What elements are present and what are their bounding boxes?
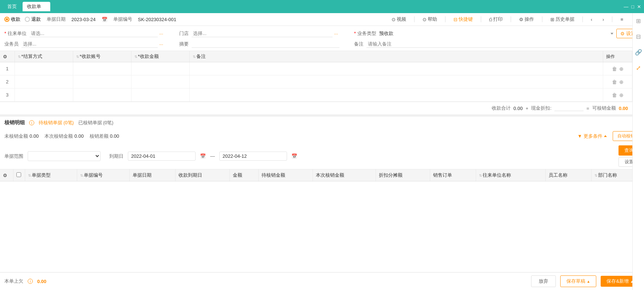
cell-settlement-2[interactable] bbox=[15, 75, 73, 89]
cell-settlement-1[interactable] bbox=[15, 62, 73, 75]
row-num-3: 3 bbox=[0, 89, 15, 102]
nav-tab-close[interactable]: × bbox=[43, 4, 46, 9]
radio-receipt-label: 收款 bbox=[11, 16, 20, 23]
divider5 bbox=[542, 16, 542, 22]
calendar-icon[interactable]: 📅 bbox=[102, 17, 107, 22]
cell-settlement-3[interactable] bbox=[15, 89, 73, 102]
gear-icon: ⚙ bbox=[620, 31, 625, 36]
range-select[interactable] bbox=[28, 151, 101, 161]
calendar-from-icon[interactable]: 📅 bbox=[200, 153, 206, 159]
rp-expand-icon[interactable]: ⤢ bbox=[635, 63, 642, 73]
bth-current-amt: 本次核销金额 bbox=[313, 169, 376, 181]
bth-counterparty: ⇅往来单位名称 bbox=[476, 169, 546, 181]
th-amount: ⇅ *收款金额 bbox=[131, 51, 189, 62]
biztype-label: 业务类型 bbox=[354, 30, 376, 37]
next-btn[interactable]: › bbox=[600, 16, 606, 23]
delete-icon-1[interactable]: 🗑 bbox=[612, 66, 617, 72]
doc-no-value: SK-20230324-001 bbox=[138, 17, 177, 22]
cell-account-3[interactable] bbox=[73, 89, 131, 102]
nav-receipt-tab[interactable]: 收款单 × bbox=[23, 2, 50, 11]
sort-counterparty[interactable]: ⇅ bbox=[479, 173, 482, 177]
rp-table-icon[interactable]: ⊞ bbox=[635, 16, 642, 26]
more-conditions-btn[interactable]: ▼ 更多条件 bbox=[577, 133, 607, 140]
cell-account-2[interactable] bbox=[73, 75, 131, 89]
sort-doctype[interactable]: ⇅ bbox=[28, 173, 31, 177]
divider1 bbox=[414, 16, 415, 22]
receipt-table-section: ⚙ ⇅ *结算方式 ⇅ *收款账号 bbox=[0, 51, 644, 102]
limit-info-icon[interactable]: i bbox=[28, 279, 33, 284]
date-to-input[interactable] bbox=[219, 152, 287, 161]
verified-tab[interactable]: 已核销单据 (0笔) bbox=[78, 119, 114, 126]
sort-icon-4[interactable]: ⇅ bbox=[193, 55, 196, 59]
th-remark: ⇅ 备注 bbox=[189, 51, 603, 62]
sort-icon-3[interactable]: ⇅ bbox=[134, 55, 137, 59]
biztype-chevron[interactable] bbox=[610, 33, 613, 35]
verifiable-label: 可核销金额 bbox=[592, 105, 616, 111]
sort-icon-2[interactable]: ⇅ bbox=[76, 55, 79, 59]
cell-remark-2[interactable] bbox=[189, 75, 603, 89]
date-from-input[interactable] bbox=[128, 152, 196, 161]
total-value: 0.00 bbox=[514, 106, 523, 111]
receipt-table: ⚙ ⇅ *结算方式 ⇅ *收款账号 bbox=[0, 51, 632, 102]
th-gear[interactable]: ⚙ bbox=[0, 51, 15, 62]
store-field: 门店 ··· bbox=[179, 30, 339, 37]
staff-input[interactable] bbox=[21, 40, 158, 48]
operation-btn[interactable]: ⚙ 操作 bbox=[517, 15, 536, 23]
copy-icon-3[interactable]: ⊕ bbox=[619, 92, 624, 98]
print-icon: ⎙ bbox=[489, 17, 492, 22]
remark-input[interactable] bbox=[366, 40, 640, 48]
bth-checkbox[interactable] bbox=[13, 169, 25, 181]
cell-amount-2[interactable] bbox=[131, 75, 189, 89]
copy-icon-2[interactable]: ⊕ bbox=[619, 79, 624, 85]
counterparty-more[interactable]: ··· bbox=[158, 31, 165, 36]
cell-remark-3[interactable] bbox=[189, 89, 603, 102]
sort-docno[interactable]: ⇅ bbox=[80, 173, 83, 177]
sort-dept[interactable]: ⇅ bbox=[594, 173, 597, 177]
verification-table: ⚙ ⇅单据类型 ⇅单据编号 单据日期 收款到期日 金额 待核销金额 本次核销金额… bbox=[0, 169, 644, 181]
cell-remark-1[interactable] bbox=[189, 62, 603, 75]
discount-input[interactable] bbox=[554, 105, 584, 111]
abandon-btn[interactable]: 放弃 bbox=[531, 275, 556, 287]
counterparty-input[interactable] bbox=[30, 30, 158, 37]
save-draft-btn[interactable]: 保存草稿 ▲ bbox=[560, 275, 597, 287]
maximize-icon[interactable]: □ bbox=[631, 4, 634, 9]
delete-icon-2[interactable]: 🗑 bbox=[612, 79, 617, 85]
video-btn[interactable]: ⊙ 视频 bbox=[389, 15, 408, 23]
shortcut-btn[interactable]: ⊟ 快捷键 bbox=[451, 15, 475, 23]
nav-home-tab[interactable]: 首页 bbox=[3, 2, 21, 11]
store-input[interactable] bbox=[192, 30, 333, 37]
staff-more[interactable]: ··· bbox=[158, 42, 165, 47]
sort-icon[interactable]: ⇅ bbox=[18, 55, 21, 59]
delete-icon-3[interactable]: 🗑 bbox=[612, 92, 617, 98]
help-btn[interactable]: ⊙ 帮助 bbox=[420, 15, 439, 23]
window-close-icon[interactable]: ✕ bbox=[637, 4, 641, 9]
print-btn[interactable]: ⎙ 打印 bbox=[487, 15, 505, 23]
pending-verify-tab[interactable]: 待核销单据 (0笔) bbox=[39, 119, 74, 126]
radio-receipt[interactable]: 收款 bbox=[4, 16, 20, 23]
divider6 bbox=[582, 16, 583, 22]
radio-refund[interactable]: 退款 bbox=[25, 16, 41, 23]
unverified-amt-value: 0.00 bbox=[30, 133, 39, 139]
cell-amount-1[interactable] bbox=[131, 62, 189, 75]
prev-btn[interactable]: ‹ bbox=[589, 16, 594, 23]
rp-attachment-icon[interactable]: 🔗 bbox=[633, 47, 644, 57]
calendar-to-icon[interactable]: 📅 bbox=[291, 153, 297, 159]
rp-import-icon[interactable]: ⊟ bbox=[635, 32, 642, 42]
filter-icon: ▼ bbox=[577, 133, 582, 139]
history-btn[interactable]: ⊞ 历史单据 bbox=[548, 15, 577, 23]
store-more[interactable]: ··· bbox=[333, 31, 339, 36]
select-all-checkbox[interactable] bbox=[16, 172, 21, 177]
copy-icon-1[interactable]: ⊕ bbox=[619, 66, 624, 72]
verify-info-icon[interactable]: i bbox=[29, 120, 34, 125]
unverified-amt-label: 未核销金额 bbox=[4, 133, 28, 140]
bth-gear[interactable]: ⚙ bbox=[0, 169, 13, 181]
list-view-btn[interactable]: ≡ bbox=[618, 16, 625, 23]
bth-docdate: 单据日期 bbox=[130, 169, 176, 181]
cell-amount-3[interactable] bbox=[131, 89, 189, 102]
minimize-icon[interactable]: — bbox=[624, 4, 628, 9]
summary-label: 摘要 bbox=[179, 41, 189, 47]
row-num-2: 2 bbox=[0, 75, 15, 89]
summary-input[interactable] bbox=[192, 40, 339, 48]
video-icon: ⊙ bbox=[392, 17, 396, 22]
cell-account-1[interactable] bbox=[73, 62, 131, 75]
